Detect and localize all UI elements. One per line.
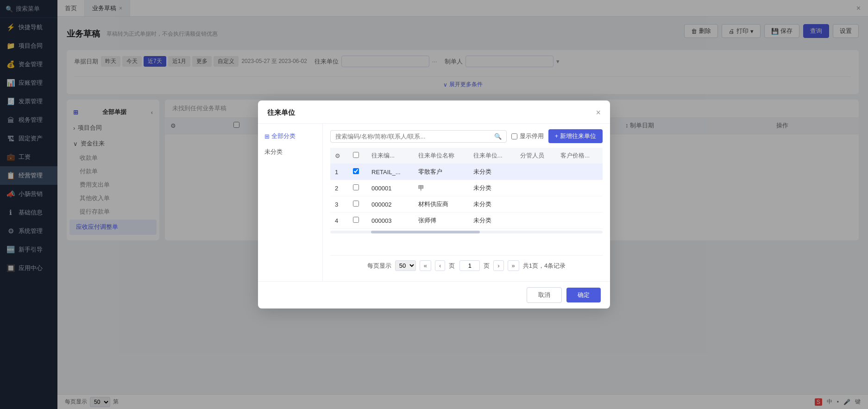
row-manager bbox=[516, 164, 556, 180]
row-num: 2 bbox=[330, 180, 348, 196]
row-name: 甲 bbox=[414, 180, 469, 196]
partner-dialog: 往来单位 × ⊞ 全部分类 未分类 🔍 bbox=[258, 101, 610, 308]
page-prev-btn[interactable]: ‹ bbox=[435, 260, 445, 271]
dialog-sidebar-uncategorized[interactable]: 未分类 bbox=[258, 144, 322, 160]
row-category: 未分类 bbox=[469, 196, 516, 213]
dlg-col-price: 客户价格... bbox=[556, 148, 603, 164]
dialog-header: 往来单位 × bbox=[258, 101, 610, 124]
dialog-main: 🔍 显示停用 + 新增往来单位 ⚙ bbox=[323, 124, 610, 281]
table-row[interactable]: 1 RETAIL_... 零散客户 未分类 bbox=[330, 164, 603, 180]
page-first-btn[interactable]: « bbox=[420, 260, 431, 271]
dlg-col-name: 往来单位名称 bbox=[414, 148, 469, 164]
row-code: 000003 bbox=[367, 213, 414, 229]
search-icon: 🔍 bbox=[494, 133, 502, 140]
page-last-btn[interactable]: » bbox=[508, 260, 519, 271]
row-price bbox=[556, 196, 603, 213]
row-price bbox=[556, 180, 603, 196]
row-category: 未分类 bbox=[469, 213, 516, 229]
dlg-col-checkbox[interactable] bbox=[348, 148, 367, 164]
cancel-button[interactable]: 取消 bbox=[527, 287, 562, 303]
page-next-btn[interactable]: › bbox=[493, 260, 503, 271]
row-checkbox[interactable] bbox=[348, 180, 367, 196]
row-checkbox[interactable] bbox=[348, 164, 367, 180]
dialog-table: ⚙ 往来编... 往来单位名称 往来单位... 分管人员 客户价格... 1 R… bbox=[330, 148, 603, 229]
dlg-col-category: 往来单位... bbox=[469, 148, 516, 164]
dialog-title: 往来单位 bbox=[267, 108, 295, 117]
dialog-footer: 取消 确定 bbox=[258, 281, 610, 308]
add-partner-button[interactable]: + 新增往来单位 bbox=[548, 129, 603, 143]
dlg-col-manager: 分管人员 bbox=[516, 148, 556, 164]
row-manager bbox=[516, 180, 556, 196]
row-code: 000001 bbox=[367, 180, 414, 196]
dialog-pagination: 每页显示 50 « ‹ 页 页 › » 共1页，4条记录 bbox=[330, 255, 603, 276]
row-name: 材料供应商 bbox=[414, 196, 469, 213]
dialog-sidebar: ⊞ 全部分类 未分类 bbox=[258, 124, 323, 281]
page-input[interactable] bbox=[459, 260, 480, 271]
row-name: 张师傅 bbox=[414, 213, 469, 229]
per-page-select[interactable]: 50 bbox=[395, 260, 416, 271]
row-manager bbox=[516, 213, 556, 229]
row-checkbox[interactable] bbox=[348, 196, 367, 213]
row-code: RETAIL_... bbox=[367, 164, 414, 180]
table-row[interactable]: 3 000002 材料供应商 未分类 bbox=[330, 196, 603, 213]
table-row[interactable]: 4 000003 张师傅 未分类 bbox=[330, 213, 603, 229]
table-row[interactable]: 2 000001 甲 未分类 bbox=[330, 180, 603, 196]
row-num: 1 bbox=[330, 164, 348, 180]
dlg-col-code: 往来编... bbox=[367, 148, 414, 164]
dialog-toolbar: 🔍 显示停用 + 新增往来单位 bbox=[330, 129, 603, 143]
row-price bbox=[556, 164, 603, 180]
row-num: 4 bbox=[330, 213, 348, 229]
dialog-body: ⊞ 全部分类 未分类 🔍 显示停用 bbox=[258, 124, 610, 281]
row-name: 零散客户 bbox=[414, 164, 469, 180]
show-disabled-checkbox[interactable] bbox=[511, 133, 517, 139]
row-code: 000002 bbox=[367, 196, 414, 213]
show-disabled-label[interactable]: 显示停用 bbox=[511, 132, 544, 140]
row-manager bbox=[516, 196, 556, 213]
row-category: 未分类 bbox=[469, 180, 516, 196]
dialog-search-box: 🔍 bbox=[330, 130, 507, 143]
dlg-col-settings[interactable]: ⚙ bbox=[330, 148, 348, 164]
dialog-overlay: 往来单位 × ⊞ 全部分类 未分类 🔍 bbox=[0, 0, 868, 409]
row-checkbox[interactable] bbox=[348, 213, 367, 229]
dialog-search-input[interactable] bbox=[335, 133, 491, 140]
row-price bbox=[556, 213, 603, 229]
confirm-button[interactable]: 确定 bbox=[566, 288, 601, 302]
dialog-table-wrap: ⚙ 往来编... 往来单位名称 往来单位... 分管人员 客户价格... 1 R… bbox=[330, 148, 603, 255]
dialog-close-icon[interactable]: × bbox=[596, 108, 601, 118]
row-category: 未分类 bbox=[469, 164, 516, 180]
grid-icon-small: ⊞ bbox=[264, 133, 270, 140]
dialog-all-category[interactable]: ⊞ 全部分类 bbox=[258, 128, 322, 144]
row-num: 3 bbox=[330, 196, 348, 213]
